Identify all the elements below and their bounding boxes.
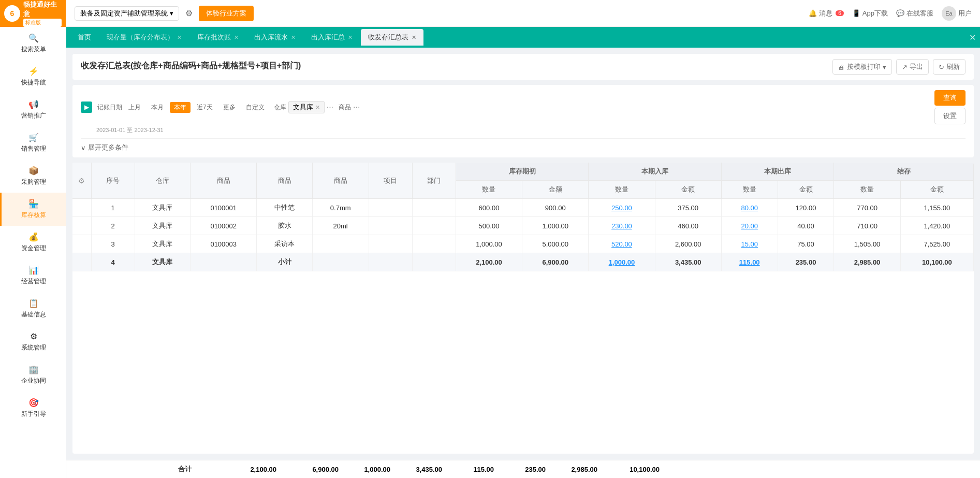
tab-label-recv_send_summary: 收发存汇总表 <box>368 33 408 42</box>
tab-close-batch_ledger[interactable]: ✕ <box>234 34 239 41</box>
subtotal-out-amt: 235.00 <box>778 253 834 271</box>
sidebar-item-system[interactable]: ⚙系统管理 <box>0 325 66 358</box>
system-select[interactable]: 装备及固定资产辅助管理系统 ▾ <box>75 6 179 21</box>
th-settings: ⚙ <box>72 163 91 199</box>
subtotal-bal-qty: 2,985.00 <box>834 253 900 271</box>
sales-label: 销售管理 <box>21 144 46 153</box>
page-actions: 🖨 按模板打印 ▾ ↗ 导出 ↻ 刷新 <box>832 59 966 75</box>
sidebar-item-newbie[interactable]: 🎯新手引导 <box>0 392 66 425</box>
content: 收发存汇总表(按仓库+商品编码+商品+规格型号+项目+部门) 🖨 按模板打印 ▾… <box>66 48 980 460</box>
total-in-amt: 3,435.00 <box>396 466 447 473</box>
sidebar-item-sales[interactable]: 🛒销售管理 <box>0 126 66 160</box>
export-btn[interactable]: ↗ 导出 <box>896 59 929 75</box>
online-service-btn[interactable]: 💬 在线客服 <box>896 9 933 18</box>
trial-button[interactable]: 体验行业方案 <box>199 6 254 21</box>
tab-inout_summary[interactable]: 出入库汇总✕ <box>304 29 360 46</box>
print-btn[interactable]: 🖨 按模板打印 ▾ <box>832 59 892 75</box>
tab-close-recv_send_summary[interactable]: ✕ <box>412 34 416 41</box>
subtotal-num: 4 <box>91 253 135 271</box>
date-btn-custom[interactable]: 自定义 <box>242 102 269 113</box>
date-btn-last-month[interactable]: 上月 <box>124 102 145 113</box>
logo-text: 畅捷通好生意 标准版 <box>23 0 62 27</box>
subtotal-out-qty: 115.00 <box>721 253 778 271</box>
user-btn[interactable]: Ea 用户 <box>942 6 972 21</box>
date-btn-this-year[interactable]: 本年 <box>170 102 191 113</box>
th-name: 商品 <box>257 163 312 199</box>
tab-recv_send_summary[interactable]: 收发存汇总表✕ <box>361 29 423 46</box>
goods-filter: 商品 ··· <box>339 103 929 112</box>
data-table-container: ⚙ 序号 仓库 商品 商品 商品 项目 部门 库存期初 本期入库 本期出库 结存 <box>72 163 974 454</box>
data-table: ⚙ 序号 仓库 商品 商品 商品 项目 部门 库存期初 本期入库 本期出库 结存 <box>72 163 974 271</box>
page-header: 收发存汇总表(按仓库+商品编码+商品+规格型号+项目+部门) 🖨 按模板打印 ▾… <box>72 54 974 80</box>
quick-label: 快捷导航 <box>21 78 46 87</box>
sidebar-item-enterprise[interactable]: 🏢企业协同 <box>0 358 66 392</box>
total-open-qty: 2,100.00 <box>220 466 282 473</box>
th-balance: 结存 <box>834 163 974 181</box>
subtotal-label: 小计 <box>257 253 312 271</box>
search-icon: 🔍 <box>28 33 39 43</box>
date-btn-this-month[interactable]: 本月 <box>147 102 168 113</box>
th-in: 本期入库 <box>589 163 721 181</box>
chevron-down-icon: ∨ <box>81 144 86 152</box>
search-label: 搜索菜单 <box>21 45 46 54</box>
newbie-label: 新手引导 <box>21 410 46 418</box>
goods-more-btn[interactable]: ··· <box>353 103 360 112</box>
subtotal-bal-amt: 10,100.00 <box>900 253 973 271</box>
total-label: 合计 <box>178 465 220 474</box>
refresh-btn[interactable]: ↻ 刷新 <box>933 59 966 75</box>
sales-icon: 🛒 <box>28 133 39 142</box>
th-warehouse: 仓库 <box>135 163 190 199</box>
warehouse-tag[interactable]: 文具库 ✕ <box>288 101 325 113</box>
close-all-tabs-btn[interactable]: ✕ <box>969 33 976 42</box>
tab-home[interactable]: 首页 <box>70 29 98 46</box>
tab-inout_flow[interactable]: 出入库流水✕ <box>247 29 303 46</box>
sidebar-logo: 6 畅捷通好生意 标准版 <box>0 0 66 27</box>
bell-icon: 🔔 <box>809 9 817 17</box>
date-btn-7days[interactable]: 近7天 <box>193 102 217 113</box>
avatar: Ea <box>942 6 956 21</box>
subtotal-warehouse: 文具库 <box>135 253 190 271</box>
warehouse-tag-close[interactable]: ✕ <box>315 104 320 111</box>
subtotal-in-amt: 3,435.00 <box>655 253 721 271</box>
app-download-btn[interactable]: 📱 App下载 <box>852 9 888 18</box>
query-btn[interactable]: 查询 <box>934 90 966 106</box>
sidebar-item-inventory[interactable]: 🏪库存核算 <box>0 193 66 226</box>
sidebar-item-quick[interactable]: ⚡快捷导航 <box>0 60 66 93</box>
base-label: 基础信息 <box>21 310 46 319</box>
sidebar-menu: 🔍搜索菜单⚡快捷导航📢营销推广🛒销售管理📦采购管理🏪库存核算💰资金管理📊经营管理… <box>0 27 66 478</box>
sidebar-item-base[interactable]: 📋基础信息 <box>0 292 66 325</box>
tab-label-inout_summary: 出入库汇总 <box>311 33 345 42</box>
tab-batch_ledger[interactable]: 库存批次账✕ <box>190 29 246 46</box>
chevron-down-icon: ▾ <box>883 63 886 71</box>
th-out-amt: 金额 <box>778 181 834 199</box>
settings-icon[interactable]: ⚙ <box>185 8 193 18</box>
base-icon: 📋 <box>28 298 39 308</box>
sidebar-item-finance[interactable]: 💰资金管理 <box>0 226 66 259</box>
sidebar-item-search[interactable]: 🔍搜索菜单 <box>0 27 66 60</box>
total-open-amt: 6,900.00 <box>282 466 344 473</box>
topbar: 装备及固定资产辅助管理系统 ▾ ⚙ 体验行业方案 🔔 消息 6 📱 App下载 … <box>66 0 980 27</box>
sidebar-item-operations[interactable]: 📊经营管理 <box>0 259 66 292</box>
logo-icon: 6 <box>4 5 20 22</box>
refresh-icon: ↻ <box>939 63 944 71</box>
tab-label-home: 首页 <box>78 33 91 42</box>
sidebar-item-marketing[interactable]: 📢营销推广 <box>0 93 66 126</box>
expand-arrow-btn[interactable]: ▶ <box>81 102 92 113</box>
tab-stock_dist[interactable]: 现存量（库存分布表）✕ <box>99 29 189 46</box>
tab-close-inout_summary[interactable]: ✕ <box>348 34 353 41</box>
messages-btn[interactable]: 🔔 消息 6 <box>809 9 844 18</box>
date-range-row: 2023-01-01 至 2023-12-31 <box>96 126 966 134</box>
tab-close-stock_dist[interactable]: ✕ <box>177 34 182 41</box>
warehouse-more-btn[interactable]: ··· <box>327 103 333 112</box>
sidebar-item-purchase[interactable]: 📦采购管理 <box>0 160 66 193</box>
tab-close-inout_flow[interactable]: ✕ <box>291 34 296 41</box>
table-gear-icon[interactable]: ⚙ <box>78 177 85 185</box>
enterprise-label: 企业协同 <box>21 376 46 385</box>
th-bal-amt: 金额 <box>900 181 973 199</box>
th-open-qty: 数量 <box>456 181 522 199</box>
expand-more-btn[interactable]: ∨ 展开更多条件 <box>81 143 128 152</box>
th-opening: 库存期初 <box>456 163 588 181</box>
settings-btn[interactable]: 设置 <box>934 108 966 124</box>
date-label: 记账日期 <box>97 103 122 112</box>
date-btn-more[interactable]: 更多 <box>219 102 240 113</box>
